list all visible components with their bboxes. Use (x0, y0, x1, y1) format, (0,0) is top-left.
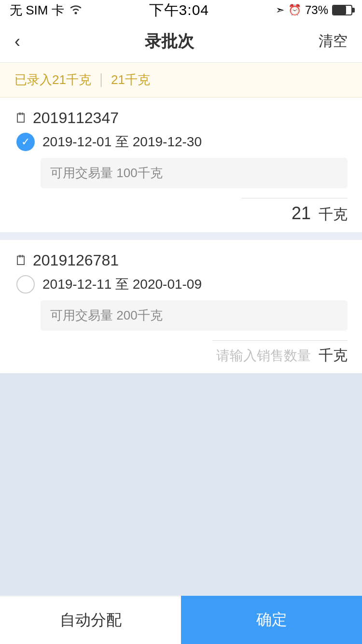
status-bar: 无 SIM 卡 下午3:04 ➣ ⏰ 73% (0, 0, 362, 20)
bottom-bar: 自动分配 确定 (0, 596, 362, 644)
batch-2-header: 🗒 2019126781 (14, 252, 348, 269)
batch-2-id: 2019126781 (33, 252, 119, 269)
batch-2-input-row[interactable]: 请输入销售数量 千克 (0, 341, 362, 373)
battery-icon (332, 5, 352, 15)
summary-bar: 已录入21千克 21千克 (0, 63, 362, 98)
nav-bar: ‹ 录批次 清空 (0, 20, 362, 63)
no-sim-text: 无 SIM 卡 (10, 2, 64, 19)
batch-1-item[interactable]: 🗒 2019112347 ✓ 2019-12-01 至 2019-12-30 可… (0, 98, 362, 188)
batch-1-doc-icon: 🗒 (14, 110, 28, 126)
batch-1-available: 可用交易量 100千克 (41, 158, 348, 188)
wifi-icon (69, 3, 83, 18)
batch-1-container: 🗒 2019112347 ✓ 2019-12-01 至 2019-12-30 可… (0, 98, 362, 232)
back-button[interactable]: ‹ (14, 31, 20, 52)
batch-1-id: 2019112347 (33, 109, 119, 127)
batch-divider (0, 232, 362, 240)
batch-1-date-row: ✓ 2019-12-01 至 2019-12-30 (14, 133, 348, 151)
location-icon: ➣ (276, 4, 284, 16)
status-left: 无 SIM 卡 (10, 2, 83, 19)
batch-1-available-text: 可用交易量 100千克 (50, 166, 163, 180)
batch-1-header: 🗒 2019112347 (14, 109, 348, 127)
page-title: 录批次 (145, 30, 194, 53)
batch-2-available-text: 可用交易量 200千克 (50, 308, 163, 322)
batch-2-doc-icon: 🗒 (14, 252, 28, 268)
batch-1-unit: 千克 (319, 205, 348, 224)
batch-1-radio[interactable]: ✓ (16, 133, 35, 151)
batch-1-amount-row: 21 千克 (0, 198, 362, 232)
checkmark-icon: ✓ (21, 136, 30, 148)
svg-point-0 (74, 12, 77, 14)
summary-label: 已录入21千克 (14, 71, 91, 88)
batch-1-date: 2019-12-01 至 2019-12-30 (42, 133, 202, 151)
battery-percent: 73% (305, 3, 328, 17)
batch-2-date: 2019-12-11 至 2020-01-09 (42, 275, 202, 294)
confirm-button[interactable]: 确定 (181, 596, 362, 644)
summary-value: 21千克 (111, 71, 150, 88)
auto-distribute-button[interactable]: 自动分配 (0, 596, 181, 644)
alarm-icon: ⏰ (288, 4, 301, 16)
batch-2-date-row: 2019-12-11 至 2020-01-09 (14, 275, 348, 294)
batch-1-amount: 21 (292, 203, 311, 224)
batch-2-container: 🗒 2019126781 2019-12-11 至 2020-01-09 可用交… (0, 240, 362, 373)
summary-divider (101, 73, 101, 87)
batch-2-input-placeholder: 请输入销售数量 (216, 347, 311, 365)
batch-2-input-unit: 千克 (319, 346, 348, 365)
status-right: ➣ ⏰ 73% (276, 3, 352, 17)
batch-2-available: 可用交易量 200千克 (41, 300, 348, 331)
status-time: 下午3:04 (149, 0, 209, 20)
batch-2-item[interactable]: 🗒 2019126781 2019-12-11 至 2020-01-09 可用交… (0, 240, 362, 331)
clear-button[interactable]: 清空 (319, 31, 348, 51)
gray-area (0, 373, 362, 595)
batch-2-radio[interactable] (16, 275, 35, 294)
